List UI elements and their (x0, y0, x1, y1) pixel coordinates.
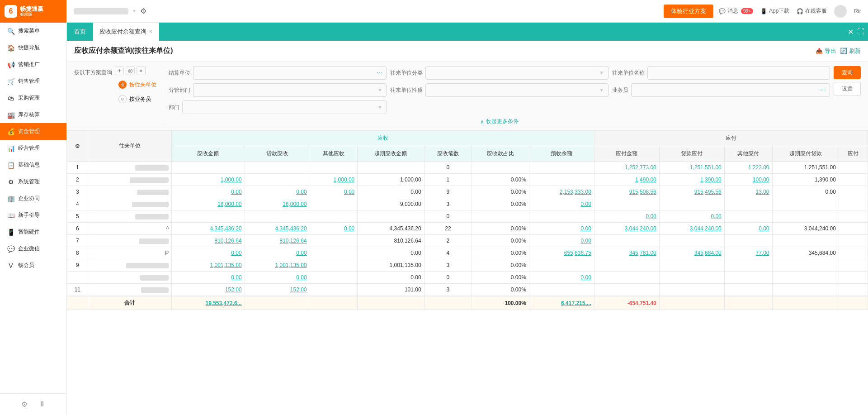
footer-yingshou[interactable]: 19,553,472,6... (172, 296, 245, 310)
breadcrumb-arrow: ▼ (132, 9, 137, 14)
tab-active-label: 应收应付余额查询 (99, 28, 146, 36)
bu-dept-label: 部门 (169, 104, 179, 111)
sidebar-bottom: ⚙ ⏸ (0, 393, 66, 415)
footer-ratio: 100.00% (472, 296, 529, 310)
sidebar-item-enterprise[interactable]: 🏢 企业协同 (0, 190, 66, 207)
query-option-partner[interactable]: 业 按往来单位 (115, 78, 160, 91)
collapse-btn[interactable]: ∧ 收起更多条件 (480, 118, 519, 125)
query-option-partner-label: 按往来单位 (129, 81, 156, 89)
tab-expand-icon[interactable]: ⛶ (857, 28, 864, 36)
app-logo: 6 畅捷通赢 标准版 (0, 0, 66, 23)
field-bu-dept: 部门 ▼ (169, 100, 387, 114)
table-row: 11152.00152.00101.0030.00% (67, 284, 868, 296)
sidebar-item-vip[interactable]: V 畅会员 (0, 257, 66, 274)
th-yingshou-ratio: 应收款占比 (472, 146, 529, 162)
tab-bar-right: ✕ ⛶ (848, 28, 868, 36)
th-settings[interactable]: ⚙ (67, 131, 88, 162)
edit-scheme-btn[interactable]: ◎ (126, 66, 135, 75)
jiesuan-dots-icon: ··· (377, 69, 382, 77)
notification-btn[interactable]: 💬 消息 99+ (719, 7, 753, 15)
service-icon: 🎧 (797, 8, 803, 14)
page-actions: 📤 导出 🔄 刷新 (816, 47, 861, 55)
field-jiesuan: 结算单位 ··· (169, 66, 387, 80)
avatar[interactable] (834, 5, 847, 18)
sidebar-item-purchase[interactable]: 🛍 采购管理 (0, 90, 66, 106)
app-download-label: App下载 (769, 7, 789, 15)
th-daikuan-yingfu: 贷款应付 (659, 146, 724, 162)
data-table: ⚙ 往来单位 应收 应付 应收金额 贷款应收 其他应收 超期应收金额 应收笔数 … (67, 130, 868, 310)
partner-name-input[interactable] (647, 66, 830, 80)
query-btn[interactable]: 查询 (834, 66, 861, 79)
sidebar-item-sales[interactable]: 🛒 销售管理 (0, 73, 66, 90)
solution-btn[interactable]: 体验行业方案 (664, 5, 713, 18)
jiesuan-input[interactable]: ··· (193, 66, 387, 80)
tab-close-window-icon[interactable]: ✕ (848, 28, 854, 36)
th-qita-yingfu: 其他应付 (724, 146, 772, 162)
query-option-salesman[interactable]: ⊙ 按业务员 (115, 92, 160, 106)
collapse-icon: ∧ (480, 119, 484, 125)
header-settings-icon[interactable]: ⚙ (140, 7, 146, 15)
tab-active[interactable]: 应收应付余额查询 × (93, 23, 159, 41)
field-salesman: 业务员 ··· (612, 83, 830, 97)
sidebar-item-label: 资金管理 (18, 128, 40, 135)
online-service-btn[interactable]: 🎧 在线客服 (797, 7, 827, 15)
table-container: ⚙ 往来单位 应收 应付 应收金额 贷款应收 其他应收 超期应收金额 应收笔数 … (67, 130, 868, 415)
sidebar-item-base[interactable]: 📋 基础信息 (0, 157, 66, 173)
sidebar-item-hardware[interactable]: 📱 智能硬件 (0, 224, 66, 240)
tab-bar: 首页 应收应付余额查询 × ✕ ⛶ (67, 23, 868, 41)
table-footer-row: 合计 19,553,472,6... 100.00% 6,417,215....… (67, 296, 868, 310)
th-chaoqi-yingfu: 超期应付贷款 (772, 146, 839, 162)
bu-dept-select[interactable]: ▼ (182, 100, 387, 114)
settings-btn[interactable]: 设置 (834, 82, 861, 96)
sidebar-item-marketing[interactable]: 📢 营销推广 (0, 56, 66, 73)
hardware-icon: 📱 (7, 229, 14, 236)
sidebar-item-system[interactable]: ⚙ 系统管理 (0, 173, 66, 190)
partner-cell (88, 272, 172, 284)
sidebar-item-finance[interactable]: 💰 资金管理 (0, 123, 66, 140)
salesman-icon: ⊙ (118, 95, 127, 103)
marketing-icon: 📢 (7, 61, 14, 68)
more-scheme-btn[interactable]: « (137, 66, 146, 75)
refresh-btn[interactable]: 🔄 刷新 (840, 47, 861, 55)
add-scheme-btn[interactable]: + (115, 66, 124, 75)
collapse-label: 收起更多条件 (486, 118, 519, 125)
home-icon: 🏠 (7, 44, 14, 52)
sidebar-item-guide[interactable]: 📖 新手引导 (0, 207, 66, 224)
partner-cell (88, 210, 172, 223)
sidebar-item-wechat[interactable]: 💬 企业微信 (0, 240, 66, 257)
partner-icon: 业 (118, 81, 127, 89)
footer-yushou[interactable]: 6,417,215.... (529, 296, 594, 310)
th-yingshou-amount: 应收金额 (172, 146, 245, 162)
tab-home[interactable]: 首页 (67, 23, 93, 41)
footer-label: 合计 (88, 296, 172, 310)
inventory-icon: 🏭 (7, 111, 14, 119)
tab-close-btn[interactable]: × (149, 29, 152, 35)
dept-select[interactable]: ▼ (193, 83, 387, 97)
refresh-icon: 🔄 (840, 48, 847, 54)
sidebar-item-search[interactable]: 🔍 搜索菜单 (0, 23, 66, 39)
sidebar-item-shortcut[interactable]: 🏠 快捷导航 (0, 39, 66, 56)
sidebar-item-operation[interactable]: 📊 经营管理 (0, 140, 66, 157)
salesman-input[interactable]: ··· (631, 83, 830, 97)
app-download-btn[interactable]: 📱 App下载 (760, 7, 789, 15)
bu-dept-chevron: ▼ (377, 104, 382, 110)
finance-icon: 💰 (7, 128, 14, 135)
th-yushou-amount: 预收余额 (529, 146, 594, 162)
partner-name-label: 往来单位名称 (612, 69, 645, 77)
partner-cat-chevron: ▼ (599, 70, 604, 76)
th-receivable-group: 应收 (172, 131, 594, 146)
sidebar-item-inventory[interactable]: 🏭 库存核算 (0, 106, 66, 123)
partner-nature-select[interactable]: ▼ (425, 83, 608, 97)
th-yingfu-tail: 应付 (839, 146, 868, 162)
sidebar-item-label: 库存核算 (18, 111, 40, 119)
salesman-dots-icon: ··· (820, 86, 826, 94)
logo-icon: 6 (5, 5, 17, 18)
settings-bottom-btn[interactable]: ⚙ (17, 397, 32, 411)
partner-nature-chevron: ▼ (599, 87, 604, 93)
partner-cat-select[interactable]: ▼ (425, 66, 608, 80)
collapse-sidebar-btn[interactable]: ⏸ (34, 397, 50, 411)
export-btn[interactable]: 📤 导出 (816, 47, 836, 55)
partner-cat-label: 往来单位分类 (390, 69, 423, 77)
th-yingshou-count: 应收笔数 (424, 146, 472, 162)
search-icon: 🔍 (7, 28, 14, 35)
